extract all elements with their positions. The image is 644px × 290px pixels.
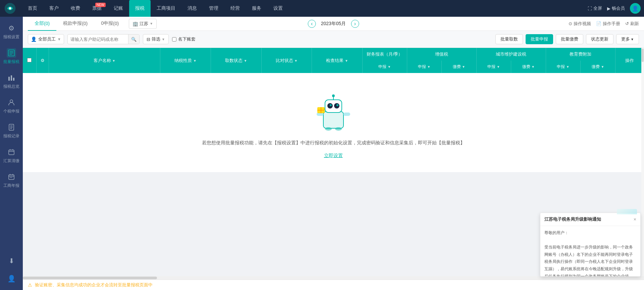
employee-select[interactable]: 👤 全部员工 ▼ — [28, 34, 64, 44]
member-btn[interactable]: ▶ 畅会员 — [607, 5, 625, 11]
empty-state: 若您想使用批量报税功能，请先在【报税设置】中进行报税的初始化设置，完成密码验证和… — [23, 73, 644, 172]
settlement-icon — [7, 147, 16, 157]
warning-icon: ⚠ — [28, 282, 32, 288]
th-operation: 操作 — [615, 48, 644, 73]
more-button[interactable]: 更多 ▼ — [616, 34, 639, 44]
search-button[interactable]: 🔍 — [128, 34, 139, 44]
tab-zero-declaration[interactable]: 0申报(0) — [94, 17, 125, 31]
region-select[interactable]: 🏢 江苏 ▼ — [129, 19, 157, 29]
nav-operations[interactable]: 经营 — [224, 0, 246, 17]
batch-declare-button[interactable]: 批量申报 — [526, 34, 553, 44]
tab-all[interactable]: 全部(0) — [28, 17, 56, 31]
sidebar-download[interactable]: ⬇ — [5, 253, 18, 269]
svg-rect-3 — [8, 77, 10, 81]
more-chevron-icon: ▼ — [631, 38, 634, 41]
nav-customer[interactable]: 客户 — [43, 0, 65, 17]
svg-point-16 — [336, 104, 338, 106]
logo[interactable] — [3, 2, 17, 15]
th-fetch-status: 取数状态 ▼ — [211, 48, 261, 73]
sidebar-item-tax-records[interactable]: 报税记录 — [0, 119, 23, 142]
sidebar-bottom: ⬇ 👤 — [5, 253, 18, 287]
notification-panel: 江苏电子税务局升级影响通知 × 尊敬的用户： 受当前电子税务局进一步升级的影响，… — [540, 213, 641, 277]
batch-fetch-button[interactable]: 批量取数 — [495, 34, 523, 44]
check-filter-icon[interactable]: ▼ — [345, 59, 348, 63]
vat-declare-filter-icon[interactable]: ▼ — [427, 65, 431, 69]
svg-point-18 — [332, 94, 335, 97]
nav-manage[interactable]: 管理 — [203, 0, 224, 17]
fr-declare-filter-icon[interactable]: ▼ — [387, 65, 391, 69]
customer-filter-icon[interactable]: ▼ — [112, 59, 115, 63]
user-icon: 👤 — [7, 274, 16, 283]
sub-accounts-checkbox[interactable] — [172, 37, 176, 42]
nav-business[interactable]: 工商项目 — [151, 0, 181, 17]
sidebar-user[interactable]: 👤 — [5, 271, 18, 287]
member-icon: ▶ — [607, 6, 610, 11]
prev-month-btn[interactable]: ‹ — [308, 20, 316, 28]
batch-pay-button[interactable]: 批量缴费 — [556, 34, 583, 44]
fetch-filter-icon[interactable]: ▼ — [244, 59, 247, 63]
filter-button[interactable]: ⊟ 筛选 ▼ — [143, 34, 169, 44]
nav-home[interactable]: 首页 — [22, 0, 43, 17]
tab-tax-declaration[interactable]: 税款申报(0) — [56, 17, 94, 31]
nav-billing[interactable]: 收费 — [65, 0, 86, 17]
notification-title: 江苏电子税务局升级影响通知 — [544, 216, 601, 222]
vat-pay-filter-icon[interactable]: ▼ — [462, 65, 465, 69]
h-scrollbar[interactable] — [23, 276, 644, 280]
nav-invoice[interactable]: 票据 NEW — [86, 0, 108, 17]
empty-state-row: 若您想使用批量报税功能，请先在【报税设置】中进行报税的初始化设置，完成密码验证和… — [23, 73, 644, 172]
month-nav: ‹ 2023年05月 › — [308, 20, 359, 28]
tax-nature-filter-icon[interactable]: ▼ — [193, 59, 197, 63]
v-scrollbar[interactable] — [641, 48, 644, 276]
notification-decoration — [617, 209, 637, 214]
setup-link[interactable]: 立即设置 — [324, 153, 343, 159]
status-update-button[interactable]: 状态更新 — [586, 34, 613, 44]
sidebar-item-personal-tax[interactable]: 个税申报 — [0, 94, 23, 118]
nav-message[interactable]: 消息 — [181, 0, 203, 17]
toolbar-right: 批量取数 批量申报 批量缴费 状态更新 更多 ▼ — [495, 34, 639, 44]
nav-tax[interactable]: 报税 — [129, 0, 151, 17]
checkbox-label[interactable]: 名下账套 — [172, 36, 196, 42]
sidebar-item-annual-report[interactable]: 工商年报 — [0, 169, 23, 192]
fullscreen-icon: ⛶ — [588, 6, 592, 11]
city-pay-filter-icon[interactable]: ▼ — [531, 65, 535, 69]
sidebar-item-tax-settings[interactable]: ⚙ 报税设置 — [0, 20, 23, 43]
nav-settings[interactable]: 设置 — [267, 0, 289, 17]
notification-close-btn[interactable]: × — [634, 217, 636, 222]
edu-declare-filter-icon[interactable]: ▼ — [566, 65, 570, 69]
th-city-declare: 申报 ▼ — [476, 61, 511, 73]
annual-report-icon — [7, 172, 16, 182]
notification-line-1: 尊敬的用户： — [544, 229, 636, 237]
settings-icon[interactable]: ⚙ — [41, 58, 45, 63]
search-box: 🔍 — [67, 34, 140, 44]
empty-state-cell: 若您想使用批量报税功能，请先在【报税设置】中进行报税的初始化设置，完成密码验证和… — [23, 73, 644, 172]
download-icon: ⬇ — [7, 256, 16, 266]
next-month-btn[interactable]: › — [351, 20, 359, 28]
refresh-btn[interactable]: ↺ 刷新 — [625, 21, 639, 27]
nav-service[interactable]: 服务 — [246, 0, 267, 17]
city-declare-filter-icon[interactable]: ▼ — [497, 65, 500, 69]
sidebar-item-settlement[interactable]: 汇算清缴 — [0, 144, 23, 167]
robot-illustration — [313, 93, 354, 133]
personal-tax-icon — [7, 98, 16, 107]
region-icon: 🏢 — [132, 21, 138, 26]
svg-rect-8 — [9, 150, 14, 155]
compare-filter-icon[interactable]: ▼ — [294, 59, 298, 63]
th-check-result: 检查结果 ▼ — [312, 48, 363, 73]
select-all-checkbox[interactable] — [27, 58, 32, 62]
th-customer-name: 客户名称 ▼ — [49, 48, 160, 73]
video-btn[interactable]: ⊙ 操作视频 — [569, 21, 591, 27]
tax-overview-icon — [7, 73, 16, 82]
th-tax-nature: 纳税性质 ▼ — [160, 48, 211, 73]
sidebar-item-tax-overview[interactable]: 报税总览 — [0, 70, 23, 93]
filter-chevron-icon: ▼ — [162, 38, 165, 41]
sidebar-item-batch-tax[interactable]: 批量报税 — [0, 45, 23, 68]
svg-rect-20 — [343, 113, 350, 116]
manual-btn[interactable]: 📄 操作手册 — [596, 21, 620, 27]
svg-point-1 — [9, 7, 11, 9]
fullscreen-btn[interactable]: ⛶ 全屏 — [588, 5, 602, 11]
th-compare-status: 比对状态 ▼ — [261, 48, 312, 73]
user-avatar[interactable]: 👤 — [630, 3, 641, 14]
edu-pay-filter-icon[interactable]: ▼ — [601, 65, 604, 69]
search-input[interactable] — [68, 35, 128, 43]
nav-bookkeeping[interactable]: 记账 — [108, 0, 129, 17]
